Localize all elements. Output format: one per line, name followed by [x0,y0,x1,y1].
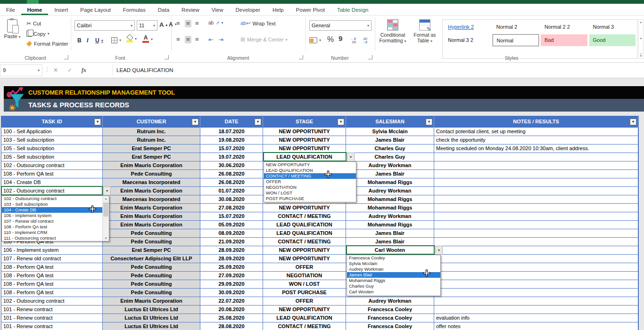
comma-style-button[interactable]: 9 [339,34,342,42]
tab-review[interactable]: Review [175,5,206,15]
dropdown-option[interactable]: NEW OPPORTUNITY [264,162,356,168]
percent-style-button[interactable]: % [327,35,334,44]
stage-dropdown-arrow-button[interactable] [347,153,355,161]
copy-button[interactable]: Copy ▾ [26,31,50,37]
cell-customer[interactable]: Pede Consulting [103,272,200,280]
align-top-icon[interactable]: ≡ [176,20,180,27]
cell-task-id[interactable]: 101 - Renew contract [1,306,103,314]
tab-home[interactable]: Home [21,5,49,15]
cell-date[interactable]: 28.08.2020 [200,322,263,330]
cell-notes[interactable]: check the opportunity [434,136,638,145]
cell-task-id[interactable]: 105 - Sell subscription [1,153,103,161]
cell-customer[interactable]: Consectetuer Adipiscing Elit LLP [103,255,200,263]
cell-date[interactable]: 30.09.2020 [200,289,263,297]
wrap-text-button[interactable]: ab↩ Wrap Text [240,20,276,26]
cell-date[interactable]: 26.08.2020 [200,170,263,178]
cell-customer[interactable]: Maecenas Incorporated [103,195,200,204]
filter-button-task-id[interactable] [94,119,101,125]
align-middle-icon[interactable]: ≡ [185,20,191,27]
dropdown-option[interactable]: 107 - Renew old contract [2,218,102,224]
cell-customer[interactable]: Luctus Et Ultrices Ltd [103,306,200,314]
cell-notes[interactable] [434,229,638,238]
dropdown-option[interactable]: NEGOTIATION [264,185,356,190]
cell-stage[interactable]: NEW OPPORTUNITY [263,204,346,212]
cell-customer[interactable]: Luctus Et Ultrices Ltd [103,322,200,330]
cell-date[interactable]: 19.08.2020 [200,136,263,145]
cell-date[interactable]: 01.07.2020 [200,187,263,195]
underline-button[interactable]: U▾ [95,37,103,44]
cell-salesman[interactable]: Francesca Cooley [346,314,434,322]
cell-customer[interactable]: Pede Consulting [103,229,200,238]
cell-date[interactable]: 27.08.2020 [200,204,263,212]
grow-font-button[interactable]: A [159,21,167,28]
cell-stage[interactable]: NEW OPPORTUNITY [263,255,346,263]
accounting-format-button[interactable]: ▾ [309,37,321,43]
cell-style-normal-3[interactable]: Normal 3 [589,21,636,33]
cell-stage[interactable]: NEGOTIATION [263,272,346,280]
cell-salesman[interactable]: Audrey Workman [346,212,434,221]
cell-salesman[interactable]: Audrey Workman [346,297,434,306]
dropdown-option[interactable]: 108 - Perform QA test [2,224,102,230]
dropdown-option[interactable]: Carl Wooten [347,289,440,295]
cell-notes[interactable] [434,272,638,280]
tab-power-pivot[interactable]: Power Pivot [290,5,331,15]
cell-task-id[interactable]: 102 - Outsourcing contract [1,297,103,306]
cell-date[interactable]: 30.08.2020 [200,195,263,204]
dropdown-option[interactable]: WON / LOST [264,190,356,196]
cell-date[interactable]: 20.08.2020 [200,306,263,314]
fill-color-button[interactable]: ▾ [126,35,137,42]
cell-customer[interactable]: Maecenas Incorporated [103,178,200,187]
dropdown-option[interactable]: 103 - Sell subscription [2,201,102,207]
selected-cell-stage[interactable] [263,152,347,161]
cell-stage[interactable]: NEW OPPORTUNITY [263,128,346,136]
cell-stage[interactable]: LEAD QUALIFICATION [263,229,346,238]
cell-date[interactable]: 25.09.2020 [200,263,263,272]
cell-salesman[interactable]: Charles Guy [346,153,434,161]
dropdown-option[interactable]: CONTACT / MEETING [264,173,356,179]
align-right-icon[interactable]: ≡ [195,36,199,43]
cell-task-id[interactable]: 107 - Renew old contract [1,255,103,263]
cell-stage[interactable]: NEW OPPORTUNITY [263,136,346,145]
cell-notes[interactable] [434,161,638,170]
tab-insert[interactable]: Insert [48,5,74,15]
cell-customer[interactable]: Enim Mauris Corporation [103,221,200,229]
column-header-date[interactable]: DATE [200,116,263,128]
cell-date[interactable]: 29.09.2020 [200,280,263,289]
cell-notes[interactable] [434,263,638,272]
cell-stage[interactable]: CONTACT / MEETING [263,322,346,330]
cell-date[interactable]: 08.09.2020 [200,229,263,238]
cancel-icon[interactable]: ✕ [49,64,62,76]
cell-salesman[interactable]: Sylvia Mcclain [346,128,434,136]
cell-stage[interactable]: WON / LOST [263,280,346,289]
tab-table-design[interactable]: Table Design [331,5,374,15]
column-header-task-id[interactable]: TASK ID [1,116,103,128]
cell-salesman[interactable]: James Blair [346,170,434,178]
tab-developer[interactable]: Developer [230,5,266,15]
cell-salesman[interactable]: Audrey Workman [346,161,434,170]
tab-formulas[interactable]: Formulas [117,5,152,15]
cell-customer[interactable]: Erat Semper PC [103,153,200,161]
dropdown-option[interactable]: Francesca Cooley [347,255,440,261]
selected-cell-salesman[interactable] [346,245,435,255]
filter-button-customer[interactable] [192,119,198,125]
cell-customer[interactable]: Enim Mauris Corporation [103,297,200,306]
decrease-indent-icon[interactable]: ⇤ [208,36,213,43]
font-dialog-launcher[interactable] [165,55,169,59]
cell-task-id[interactable]: 108 - Perform QA test [1,170,103,178]
cell-notes[interactable] [434,306,638,314]
cell-date[interactable]: 15.07.2020 [200,145,263,153]
cell-task-id[interactable]: 108 - Perform QA test [1,272,103,280]
dropdown-option[interactable]: 102 - Outsourcing contract [2,196,102,201]
cell-notes[interactable] [434,221,638,229]
cell-notes[interactable] [434,289,638,297]
dropdown-option[interactable]: 104 - Create DB [2,207,102,213]
cell-customer[interactable]: Pede Consulting [103,238,200,246]
cell-task-id[interactable]: 101 - Renew contract [1,322,103,330]
font-color-button[interactable]: A ▾ [142,35,153,43]
cell-customer[interactable]: Rutrum Inc. [103,136,200,145]
cell-customer[interactable]: Enim Mauris Corporation [103,187,200,195]
align-bottom-icon[interactable]: ≡ [195,20,199,27]
number-dialog-launcher[interactable] [368,55,372,59]
cell-notes[interactable] [434,187,638,195]
cell-notes[interactable] [434,280,638,289]
